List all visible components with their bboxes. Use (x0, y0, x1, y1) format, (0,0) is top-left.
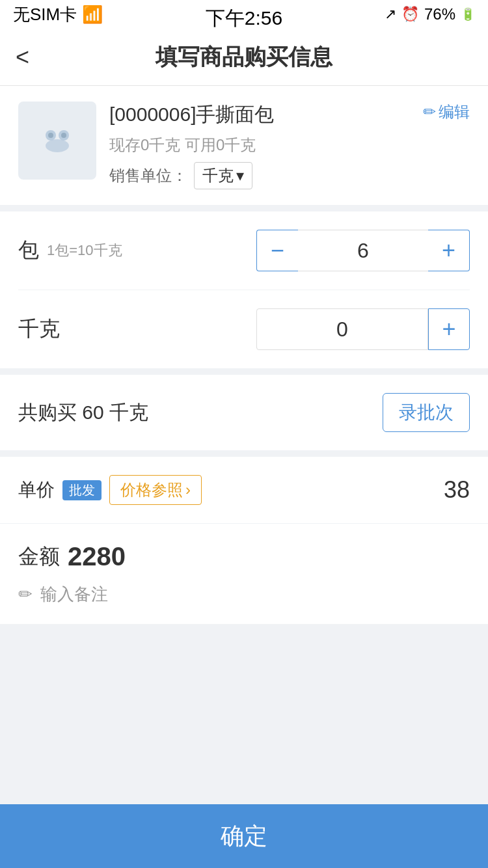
page-title: 填写商品购买信息 (156, 42, 332, 72)
bao-input[interactable] (298, 230, 428, 271)
confirm-button[interactable]: 确定 (0, 804, 488, 868)
price-ref-arrow-icon: › (185, 481, 191, 499)
dropdown-icon: ▾ (236, 167, 244, 185)
unit-label: 销售单位： (109, 165, 187, 186)
product-info: [0000006]手撕面包 ✏ 编辑 现存0千克 可用0千克 销售单位： 千克 … (109, 102, 470, 189)
price-ref-label: 价格参照 (120, 480, 183, 500)
svg-point-2 (46, 139, 69, 152)
price-ref-button[interactable]: 价格参照 › (109, 475, 202, 505)
unit-select[interactable]: 千克 ▾ (194, 162, 252, 189)
product-name: [0000006]手撕面包 (109, 102, 274, 128)
price-tag-batch: 批发 (62, 480, 102, 500)
kg-increment-button[interactable]: + (428, 308, 470, 350)
bao-label-text: 包 (18, 236, 39, 265)
product-thumbnail (18, 102, 96, 180)
bao-input-row: 包 1包=10千克 − + (18, 211, 470, 290)
product-card: [0000006]手撕面包 ✏ 编辑 现存0千克 可用0千克 销售单位： 千克 … (0, 86, 488, 211)
price-label: 单价 (18, 478, 55, 502)
amount-section: 金额 2280 ✏ 输入备注 (0, 524, 488, 631)
amount-label: 金额 (18, 543, 60, 571)
price-label-row: 单价 批发 价格参照 › (18, 475, 202, 505)
status-right: ↗ ⏰ 76% 🔋 (385, 5, 475, 23)
remark-placeholder: 输入备注 (40, 583, 108, 606)
edit-label: 编辑 (439, 102, 470, 122)
bao-decrement-button[interactable]: − (256, 230, 298, 271)
back-button[interactable]: < (16, 44, 29, 71)
kg-input-row: 千克 + (18, 290, 470, 368)
edit-icon: ✏ (423, 103, 436, 121)
kg-label-text: 千克 (18, 315, 60, 344)
status-bar: 无SIM卡 📶 下午2:56 ↗ ⏰ 76% 🔋 (0, 0, 488, 29)
summary-row: 共购买 60 千克 录批次 (0, 375, 488, 457)
remark-row[interactable]: ✏ 输入备注 (18, 583, 470, 606)
battery-text: 76% (424, 5, 455, 23)
amount-row: 金额 2280 (18, 542, 470, 571)
bao-label: 包 1包=10千克 (18, 236, 122, 265)
input-section: 包 1包=10千克 − + 千克 + (0, 211, 488, 375)
kg-input-controls: + (256, 308, 470, 350)
product-logo-icon (38, 121, 77, 160)
nav-bar: < 填写商品购买信息 (0, 29, 488, 86)
carrier-text: 无SIM卡 (13, 3, 77, 26)
amount-value: 2280 (68, 542, 126, 571)
wifi-icon: 📶 (82, 5, 103, 25)
unit-value: 千克 (202, 165, 234, 186)
kg-input[interactable] (256, 308, 428, 350)
summary-text: 共购买 60 千克 (18, 400, 148, 426)
price-value: 38 (444, 476, 470, 504)
status-time: 下午2:56 (206, 5, 282, 32)
price-section: 单价 批发 价格参照 › 38 (0, 457, 488, 524)
product-stock: 现存0千克 可用0千克 (109, 135, 470, 156)
batch-button[interactable]: 录批次 (383, 393, 470, 432)
bao-increment-button[interactable]: + (428, 230, 470, 271)
status-left: 无SIM卡 📶 (13, 3, 103, 26)
svg-point-4 (61, 133, 66, 138)
bao-hint: 1包=10千克 (47, 241, 122, 260)
bao-input-controls: − + (256, 230, 470, 271)
kg-label: 千克 (18, 315, 60, 344)
product-unit-row: 销售单位： 千克 ▾ (109, 162, 470, 189)
remark-icon: ✏ (18, 584, 33, 604)
location-icon: ↗ (385, 6, 396, 23)
product-header: [0000006]手撕面包 ✏ 编辑 (109, 102, 470, 135)
battery-icon: 🔋 (461, 7, 475, 21)
alarm-icon: ⏰ (401, 6, 419, 23)
svg-point-3 (48, 133, 53, 138)
edit-button[interactable]: ✏ 编辑 (423, 102, 470, 122)
